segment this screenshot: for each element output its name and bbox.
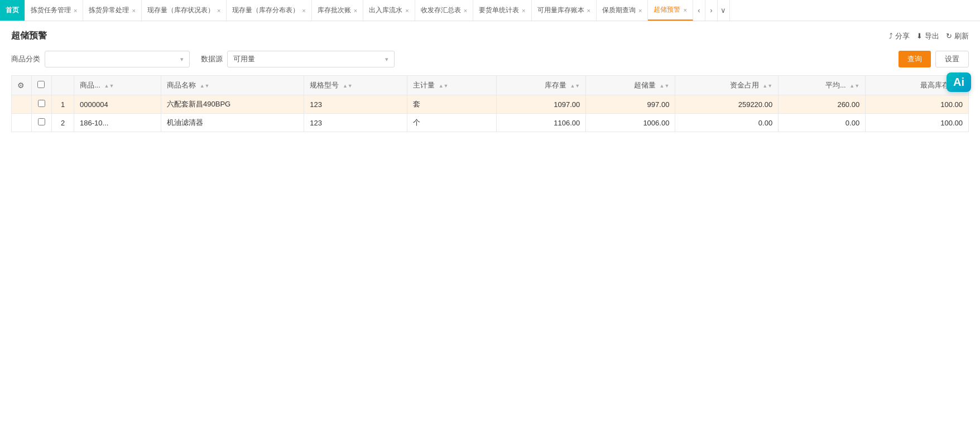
tab-t1[interactable]: 拣货任务管理 × xyxy=(25,0,83,21)
nav-prev-button[interactable]: ‹ xyxy=(693,0,705,21)
close-icon[interactable]: × xyxy=(464,7,467,14)
datasource-select[interactable]: 可用量 ▾ xyxy=(227,51,395,67)
th-unit[interactable]: 主计量 ▲▼ xyxy=(407,76,497,95)
td-product-name: 机油滤清器 xyxy=(161,114,304,132)
tab-t3[interactable]: 现存量（库存状况表） × xyxy=(142,0,227,21)
row-checkbox[interactable] xyxy=(38,118,45,125)
data-table: ⚙ 商品... ▲▼ 商品名称 ▲▼ 规格型号 ▲▼ xyxy=(11,75,969,132)
td-max-stock: 100.00 xyxy=(866,114,969,132)
close-icon[interactable]: × xyxy=(217,7,220,14)
ai-badge[interactable]: Ai xyxy=(947,72,971,92)
tab-t4[interactable]: 现存量（库存分布表） × xyxy=(227,0,311,21)
tab-t10[interactable]: 保质期查询 × xyxy=(597,0,648,21)
close-icon[interactable]: × xyxy=(74,7,77,14)
sort-icon: ▲▼ xyxy=(570,83,580,89)
tab-home[interactable]: 首页 xyxy=(0,0,25,21)
tab-t4-label: 现存量（库存分布表） xyxy=(232,6,299,15)
th-avg-label: 平均... xyxy=(825,81,846,89)
filter-category: 商品分类 ▾ xyxy=(11,51,190,67)
td-gear-cell xyxy=(12,95,32,114)
share-button[interactable]: ⤴ 分享 xyxy=(889,31,910,41)
settings-button[interactable]: 设置 xyxy=(935,51,969,67)
th-product-name-label: 商品名称 xyxy=(167,81,196,89)
td-checkbox-cell[interactable] xyxy=(32,95,52,114)
header-actions: ⤴ 分享 ⬇ 导出 ↻ 刷新 xyxy=(889,31,969,41)
th-product-code-label: 商品... xyxy=(80,81,100,89)
td-product-code: 0000004 xyxy=(74,95,161,114)
tab-t11[interactable]: 超储预警 × xyxy=(648,0,693,21)
td-checkbox-cell[interactable] xyxy=(32,114,52,132)
th-spec-label: 规格型号 xyxy=(310,81,339,89)
tab-t10-label: 保质期查询 xyxy=(602,6,636,15)
td-avg: 260.00 xyxy=(779,95,866,114)
close-icon[interactable]: × xyxy=(638,7,642,14)
tab-t2[interactable]: 拣货异常处理 × xyxy=(83,0,141,21)
close-icon[interactable]: × xyxy=(587,7,590,14)
sort-icon: ▲▼ xyxy=(849,83,859,89)
tab-t7[interactable]: 收发存汇总表 × xyxy=(415,0,473,21)
tab-t7-label: 收发存汇总表 xyxy=(421,6,461,15)
close-icon[interactable]: × xyxy=(132,7,135,14)
export-label: 导出 xyxy=(925,31,939,41)
datasource-value: 可用量 xyxy=(233,54,255,64)
td-gear-cell xyxy=(12,114,32,132)
td-over-stock: 1006.00 xyxy=(586,114,675,132)
query-button[interactable]: 查询 xyxy=(899,51,931,67)
tab-t6-label: 出入库流水 xyxy=(369,6,402,15)
nav-next-button[interactable]: › xyxy=(705,0,718,21)
close-icon[interactable]: × xyxy=(302,7,305,14)
th-spec[interactable]: 规格型号 ▲▼ xyxy=(304,76,407,95)
th-product-code[interactable]: 商品... ▲▼ xyxy=(74,76,161,95)
th-unit-label: 主计量 xyxy=(413,81,435,89)
td-product-name: 六配套新昌490BPG xyxy=(161,95,304,114)
tab-home-label: 首页 xyxy=(6,6,19,15)
refresh-button[interactable]: ↻ 刷新 xyxy=(946,31,969,41)
export-button[interactable]: ⬇ 导出 xyxy=(916,31,939,41)
tab-t8-label: 要货单统计表 xyxy=(479,6,519,15)
th-capital[interactable]: 资金占用 ▲▼ xyxy=(675,76,779,95)
tab-t2-label: 拣货异常处理 xyxy=(89,6,129,15)
th-checkbox[interactable] xyxy=(32,76,52,95)
td-unit: 套 xyxy=(407,95,497,114)
category-label: 商品分类 xyxy=(11,54,40,64)
share-icon: ⤴ xyxy=(889,32,893,40)
category-select[interactable]: ▾ xyxy=(45,51,190,67)
tab-t8[interactable]: 要货单统计表 × xyxy=(473,0,531,21)
page-title: 超储预警 xyxy=(11,30,47,42)
filter-row: 商品分类 ▾ 数据源 可用量 ▾ 查询 设置 xyxy=(11,51,969,67)
th-product-name[interactable]: 商品名称 ▲▼ xyxy=(161,76,304,95)
table-row: 2 186-10... 机油滤清器 123 个 1106.00 1006.00 … xyxy=(12,114,969,132)
close-icon[interactable]: × xyxy=(405,7,409,14)
close-icon[interactable]: × xyxy=(522,7,525,14)
tab-t11-label: 超储预警 xyxy=(654,5,680,14)
nav-more-button[interactable]: ∨ xyxy=(718,0,730,21)
td-index: 2 xyxy=(52,114,74,132)
th-max-stock-label: 最高库存 xyxy=(920,81,949,89)
topbar: 首页 拣货任务管理 × 拣货异常处理 × 现存量（库存状况表） × 现存量（库存… xyxy=(0,0,980,21)
tab-t9-label: 可用量库存账本 xyxy=(537,6,584,15)
tab-t5[interactable]: 库存批次账 × xyxy=(312,0,363,21)
td-spec: 123 xyxy=(304,95,407,114)
tab-t1-label: 拣货任务管理 xyxy=(31,6,71,15)
select-all-checkbox[interactable] xyxy=(37,81,45,88)
td-product-code: 186-10... xyxy=(74,114,161,132)
td-max-stock: 100.00 xyxy=(866,95,969,114)
th-gear[interactable]: ⚙ xyxy=(12,76,32,95)
th-stock[interactable]: 库存量 ▲▼ xyxy=(497,76,586,95)
th-over-stock[interactable]: 超储量 ▲▼ xyxy=(586,76,675,95)
close-icon[interactable]: × xyxy=(354,7,357,14)
th-avg[interactable]: 平均... ▲▼ xyxy=(779,76,866,95)
gear-icon[interactable]: ⚙ xyxy=(17,81,25,90)
row-checkbox[interactable] xyxy=(38,100,45,107)
sort-icon: ▲▼ xyxy=(439,83,449,89)
sort-icon: ▲▼ xyxy=(104,83,114,89)
td-capital: 259220.00 xyxy=(675,95,779,114)
td-over-stock: 997.00 xyxy=(586,95,675,114)
close-icon[interactable]: × xyxy=(683,7,686,13)
tab-t6[interactable]: 出入库流水 × xyxy=(363,0,415,21)
td-capital: 0.00 xyxy=(675,114,779,132)
td-avg: 0.00 xyxy=(779,114,866,132)
sort-icon: ▲▼ xyxy=(762,83,772,89)
tab-t5-label: 库存批次账 xyxy=(318,6,351,15)
tab-t9[interactable]: 可用量库存账本 × xyxy=(532,0,597,21)
